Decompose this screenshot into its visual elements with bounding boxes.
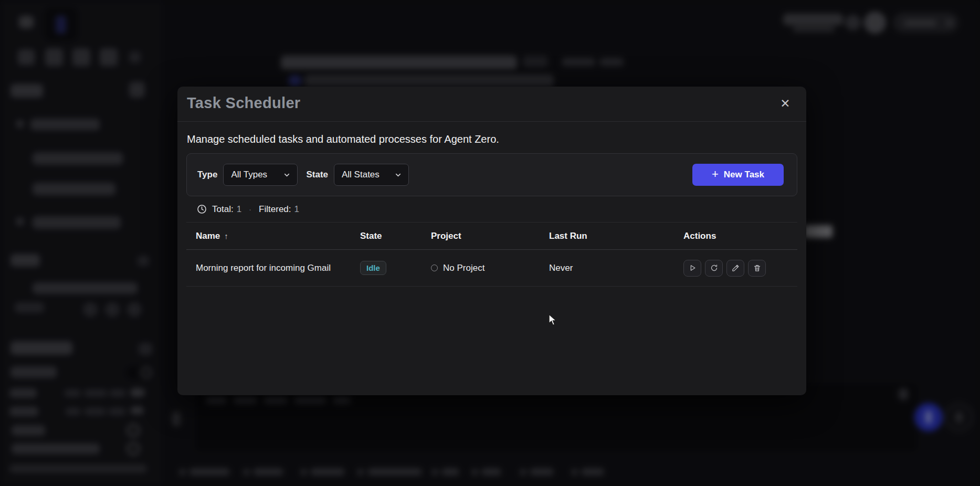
modal-header: Task Scheduler ✕ [177, 87, 806, 122]
play-icon [689, 264, 697, 272]
mouse-cursor [549, 314, 560, 329]
task-project: No Project [443, 263, 484, 273]
state-badge: Idle [360, 261, 386, 275]
row-actions [683, 260, 797, 277]
task-name: Morning report for incoming Gmail [196, 263, 360, 273]
filtered-label: Filtered: [259, 204, 291, 215]
table-header-row: Name↑ State Project Last Run Actions [186, 223, 797, 250]
column-header-last-run[interactable]: Last Run [549, 231, 683, 241]
clock-icon [197, 204, 207, 214]
sort-ascending-icon: ↑ [224, 231, 228, 240]
refresh-icon [710, 264, 718, 272]
total-value: 1 [237, 204, 241, 215]
summary-divider: · [249, 205, 251, 214]
task-scheduler-modal: Task Scheduler ✕ Manage scheduled tasks … [177, 87, 806, 395]
run-task-button[interactable] [683, 260, 701, 277]
column-header-actions: Actions [683, 231, 797, 241]
total-label: Total: [212, 204, 234, 215]
reload-task-button[interactable] [705, 260, 723, 277]
chevron-down-icon [394, 171, 402, 179]
type-filter-select[interactable]: All Types [223, 164, 298, 186]
column-header-state[interactable]: State [360, 231, 431, 241]
type-filter-label: Type [197, 170, 217, 180]
new-task-label: New Task [724, 170, 764, 180]
screen: { "modal": { "title": "Task Scheduler", … [0, 0, 980, 486]
type-filter-value: All Types [231, 170, 267, 180]
plus-icon: + [712, 168, 719, 180]
project-circle-icon [431, 265, 438, 271]
filter-bar: Type All Types State All States + New Ta… [186, 153, 797, 196]
summary-row: Total: 1 · Filtered: 1 [186, 196, 797, 223]
trash-icon [753, 264, 761, 272]
close-button[interactable]: ✕ [776, 94, 795, 113]
table-row[interactable]: Morning report for incoming Gmail Idle N… [186, 250, 797, 287]
new-task-button[interactable]: + New Task [692, 164, 784, 186]
pencil-icon [732, 264, 740, 272]
filtered-value: 1 [294, 204, 299, 215]
chevron-down-icon [283, 171, 291, 179]
state-filter-value: All States [342, 170, 380, 180]
modal-description: Manage scheduled tasks and automated pro… [187, 133, 797, 145]
state-filter-label: State [306, 170, 328, 180]
task-last-run: Never [549, 263, 683, 273]
column-header-project[interactable]: Project [431, 231, 549, 241]
delete-task-button[interactable] [748, 260, 766, 277]
state-filter-select[interactable]: All States [334, 164, 409, 186]
edit-task-button[interactable] [726, 260, 744, 277]
column-header-name[interactable]: Name↑ [196, 231, 360, 241]
modal-title: Task Scheduler [187, 94, 300, 112]
